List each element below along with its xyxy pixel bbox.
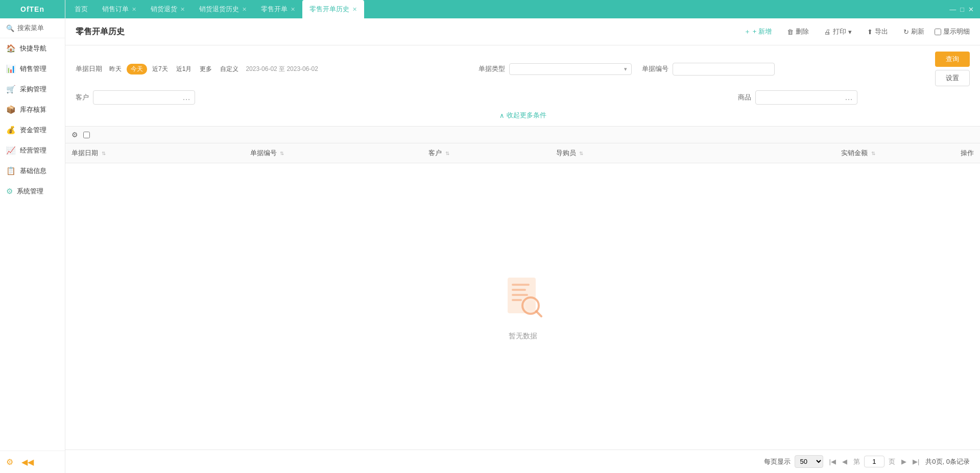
month-shortcut[interactable]: 近1月	[173, 64, 195, 74]
col-customer[interactable]: 客户 ⇅	[422, 143, 549, 163]
prev-page-btn[interactable]: ◀	[840, 457, 849, 466]
more-shortcut[interactable]: 更多	[197, 64, 215, 74]
tab-bar: 首页 销售订单 ✕ 销货退货 ✕ 销货退货历史 ✕ 零售开单 ✕ 零售开单历史 …	[65, 0, 980, 18]
tab-home[interactable]: 首页	[67, 0, 95, 18]
collapse-arrow-icon: ∧	[499, 112, 505, 119]
per-page-label: 每页显示	[764, 457, 791, 466]
display-detail-input[interactable]	[935, 29, 941, 35]
main-content: 首页 销售订单 ✕ 销货退货 ✕ 销货退货历史 ✕ 零售开单 ✕ 零售开单历史 …	[65, 0, 980, 473]
doc-type-chevron: ▾	[624, 66, 627, 72]
delete-button[interactable]: 🗑 删除	[782, 24, 814, 39]
sidebar-search[interactable]: 🔍 搜索菜单	[0, 18, 65, 38]
settings-button[interactable]: 设置	[935, 70, 970, 86]
tab-retail-open-history[interactable]: 零售开单历史 ✕	[302, 0, 364, 18]
col-date[interactable]: 单据日期 ⇅	[65, 143, 244, 163]
col-number[interactable]: 单据编号 ⇅	[244, 143, 423, 163]
collapse-sidebar-icon[interactable]: ◀◀	[21, 457, 34, 467]
sidebar-item-basic-info[interactable]: 📋 基础信息	[0, 161, 65, 181]
purchase-icon: 🛒	[6, 85, 16, 94]
week-shortcut[interactable]: 近7天	[149, 64, 171, 74]
first-page-btn[interactable]: |◀	[827, 457, 838, 466]
goods-input[interactable]: …	[755, 90, 857, 105]
sidebar: OfTEn 🔍 搜索菜单 🏠 快捷导航 📊 销售管理 🛒 采购管理 📦 库存核算…	[0, 0, 65, 473]
export-button[interactable]: ⬆ 导出	[862, 24, 893, 39]
doc-number-input[interactable]	[673, 63, 775, 76]
display-detail-checkbox[interactable]: 显示明细	[935, 27, 970, 36]
table-toolbar: ⚙	[65, 127, 980, 143]
tab-close-sales-return-history[interactable]: ✕	[242, 6, 247, 13]
delete-icon: 🗑	[787, 28, 794, 36]
sidebar-item-quick-nav[interactable]: 🏠 快捷导航	[0, 38, 65, 59]
doc-number-label: 单据编号	[642, 64, 668, 73]
col-salesperson[interactable]: 导购员 ⇅	[550, 143, 703, 163]
yesterday-shortcut[interactable]: 昨天	[106, 64, 125, 74]
tab-close-sales-return[interactable]: ✕	[180, 6, 185, 13]
last-page-btn[interactable]: ▶|	[911, 457, 921, 466]
sort-customer-icon: ⇅	[445, 151, 449, 156]
toolbar: ＋ + 新增 🗑 删除 🖨 打印 ▾ ⬆ 导出 ↻ 刷新 显示	[739, 24, 970, 39]
table-settings-icon[interactable]: ⚙	[71, 131, 78, 139]
operations-icon: 📈	[6, 146, 16, 155]
doc-type-select[interactable]: ▾	[509, 63, 632, 75]
page-first-label: 第	[851, 456, 862, 467]
print-chevron: ▾	[848, 28, 852, 36]
sidebar-item-operations[interactable]: 📈 经营管理	[0, 140, 65, 161]
date-shortcuts: 昨天 今天 近7天 近1月 更多 自定义	[106, 64, 242, 74]
sidebar-item-sales-mgmt[interactable]: 📊 销售管理	[0, 59, 65, 79]
tab-close-sales-order[interactable]: ✕	[132, 6, 136, 13]
settings-icon[interactable]: ⚙	[6, 457, 13, 467]
tab-retail-open[interactable]: 零售开单 ✕	[254, 0, 302, 18]
filter-row-2: 客户 … 商品 …	[76, 90, 970, 105]
sidebar-item-system-mgmt[interactable]: ⚙ 系统管理	[0, 181, 65, 202]
window-maximize-btn[interactable]: □	[960, 6, 964, 13]
window-minimize-btn[interactable]: —	[949, 6, 956, 13]
current-page-input[interactable]	[864, 456, 885, 467]
brand-logo: OfTEn	[0, 0, 65, 18]
tab-sales-return[interactable]: 销货退货 ✕	[144, 0, 192, 18]
query-button[interactable]: 查询	[935, 52, 970, 67]
filter-area: 单据日期 昨天 今天 近7天 近1月 更多 自定义 2023-06-02 至 2…	[65, 45, 980, 127]
sales-icon: 📊	[6, 64, 16, 73]
action-buttons: 查询 设置	[935, 52, 970, 86]
page-label: 页	[887, 456, 897, 467]
per-page-select[interactable]: 50 100 200	[795, 455, 823, 468]
total-info: 共0页, 0条记录	[925, 457, 970, 466]
today-shortcut[interactable]: 今天	[127, 64, 147, 74]
tab-sales-order[interactable]: 销售订单 ✕	[95, 0, 144, 18]
custom-shortcut[interactable]: 自定义	[217, 64, 242, 74]
print-button[interactable]: 🖨 打印 ▾	[819, 24, 857, 39]
col-amount[interactable]: 实销金额 ⇅	[703, 143, 881, 163]
collapse-button[interactable]: ∧ 收起更多条件	[76, 109, 970, 122]
next-page-btn[interactable]: ▶	[899, 457, 909, 466]
page-title: 零售开单历史	[76, 27, 125, 37]
doc-type-label: 单据类型	[479, 64, 505, 73]
tab-close-retail-open-history[interactable]: ✕	[352, 6, 357, 13]
select-all-checkbox[interactable]	[83, 132, 90, 138]
sidebar-item-finance[interactable]: 💰 资金管理	[0, 120, 65, 140]
svg-point-6	[525, 301, 536, 311]
sort-date-icon: ⇅	[102, 151, 106, 156]
search-icon: 🔍	[6, 24, 14, 32]
data-table: 单据日期 ⇅ 单据编号 ⇅ 客户 ⇅ 导购员 ⇅	[65, 143, 980, 163]
window-close-btn[interactable]: ✕	[968, 6, 974, 13]
add-button[interactable]: ＋ + 新增	[739, 24, 777, 39]
tab-close-retail-open[interactable]: ✕	[291, 6, 295, 13]
sidebar-item-inventory[interactable]: 📦 库存核算	[0, 99, 65, 120]
customer-input[interactable]: …	[93, 90, 195, 105]
date-range-display[interactable]: 2023-06-02 至 2023-06-02	[246, 65, 318, 73]
svg-rect-4	[512, 299, 522, 301]
tab-bar-right: — □ ✕	[949, 6, 978, 13]
system-icon: ⚙	[6, 187, 13, 196]
svg-rect-3	[512, 294, 528, 296]
col-action: 操作	[881, 143, 980, 163]
filter-row-1: 单据日期 昨天 今天 近7天 近1月 更多 自定义 2023-06-02 至 2…	[76, 52, 970, 86]
goods-dots: …	[845, 93, 853, 102]
customer-label: 客户	[76, 93, 89, 102]
svg-rect-1	[512, 284, 530, 286]
table-header-row: 单据日期 ⇅ 单据编号 ⇅ 客户 ⇅ 导购员 ⇅	[65, 143, 980, 163]
doc-number-field: 单据编号	[642, 63, 775, 76]
refresh-button[interactable]: ↻ 刷新	[898, 24, 929, 39]
sidebar-item-purchase-mgmt[interactable]: 🛒 采购管理	[0, 79, 65, 99]
tab-sales-return-history[interactable]: 销货退货历史 ✕	[192, 0, 254, 18]
sidebar-bottom: ⚙ ◀◀	[0, 451, 65, 473]
